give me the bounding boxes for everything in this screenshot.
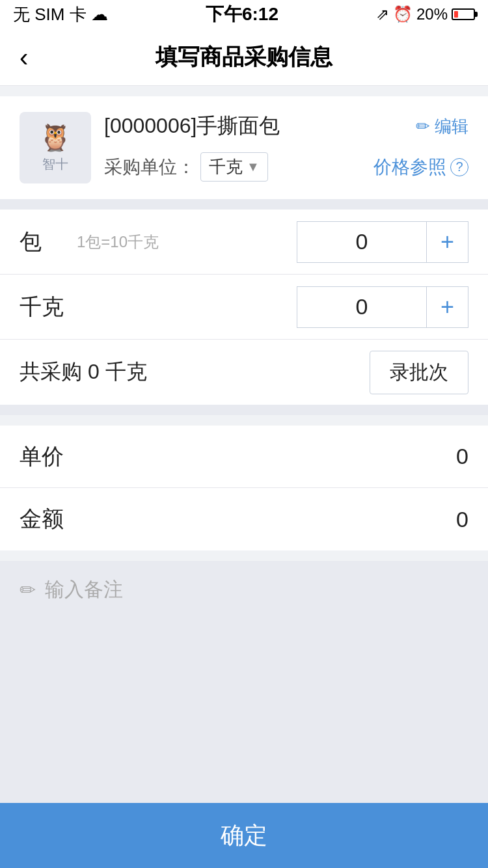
battery-icon [452, 8, 475, 20]
summary-total: 共采购 0 千克 [20, 358, 147, 387]
remark-placeholder: 输入备注 [45, 576, 123, 603]
quantity-section: 包 1包=10千克 0 + 千克 0 + [0, 210, 488, 340]
qty-sublabel-bao: 1包=10千克 [77, 232, 159, 252]
qty-label-kg: 千克 [20, 292, 72, 322]
status-carrier: 无 SIM 卡 ☁ [13, 3, 108, 26]
confirm-button[interactable]: 确定 [0, 803, 488, 868]
section-divider-2 [0, 405, 488, 415]
qty-controls-kg: 0 + [297, 286, 468, 328]
unit-select[interactable]: 千克 ▼ [200, 152, 268, 182]
unit-price-label: 单价 [20, 442, 64, 472]
qty-plus-kg[interactable]: + [427, 286, 468, 328]
qty-label-bao: 包 [20, 227, 72, 257]
unit-label: 采购单位： [104, 155, 195, 180]
qty-plus-bao[interactable]: + [427, 221, 468, 263]
price-section: 单价 0 金额 0 [0, 426, 488, 550]
status-indicators: ⇗ ⏰ 20% [376, 5, 475, 23]
product-thumbnail: 🦉 智十 [20, 112, 91, 183]
edit-button[interactable]: ✏ 编辑 [416, 115, 468, 138]
page-title: 填写商品采购信息 [156, 42, 332, 72]
product-info: [0000006]手撕面包 ✏ 编辑 采购单位： 千克 ▼ 价格参照 ? [104, 112, 468, 182]
product-thumb-icon: 🦉 [39, 122, 72, 153]
product-card: 🦉 智十 [0000006]手撕面包 ✏ 编辑 采购单位： 千克 ▼ 价格参照 … [0, 96, 488, 199]
qty-controls-bao: 0 + [297, 221, 468, 263]
unit-value: 千克 [209, 156, 243, 178]
unit-price-value: 0 [456, 444, 468, 469]
price-ref-label: 价格参照 [373, 155, 446, 180]
amount-row: 金额 0 [0, 488, 488, 550]
amount-value: 0 [456, 507, 468, 532]
status-bar: 无 SIM 卡 ☁ 下午6:12 ⇗ ⏰ 20% [0, 0, 488, 29]
summary-row: 共采购 0 千克 录批次 [0, 340, 488, 405]
section-divider-1 [0, 199, 488, 210]
price-ref-help-icon: ? [450, 158, 468, 176]
product-thumb-label: 智十 [42, 156, 68, 173]
amount-label: 金额 [20, 504, 64, 534]
quantity-row-bao: 包 1包=10千克 0 + [0, 210, 488, 275]
qty-input-bao[interactable]: 0 [297, 221, 427, 263]
location-icon: ⇗ [376, 5, 389, 23]
alarm-icon: ⏰ [393, 5, 413, 23]
price-reference-button[interactable]: 价格参照 ? [373, 155, 468, 180]
batch-button[interactable]: 录批次 [370, 351, 468, 394]
unit-price-row: 单价 0 [0, 426, 488, 488]
battery-percent: 20% [416, 5, 448, 23]
back-button[interactable]: ‹ [20, 44, 28, 70]
status-time: 下午6:12 [206, 2, 278, 27]
content-spacer [0, 619, 488, 803]
qty-input-kg[interactable]: 0 [297, 286, 427, 328]
pencil-icon: ✏ [20, 578, 36, 601]
quantity-row-kg: 千克 0 + [0, 275, 488, 340]
product-name: [0000006]手撕面包 [104, 112, 280, 141]
nav-bar: ‹ 填写商品采购信息 [0, 29, 488, 86]
unit-dropdown-arrow: ▼ [247, 159, 260, 174]
remark-section[interactable]: ✏ 输入备注 [0, 561, 488, 619]
